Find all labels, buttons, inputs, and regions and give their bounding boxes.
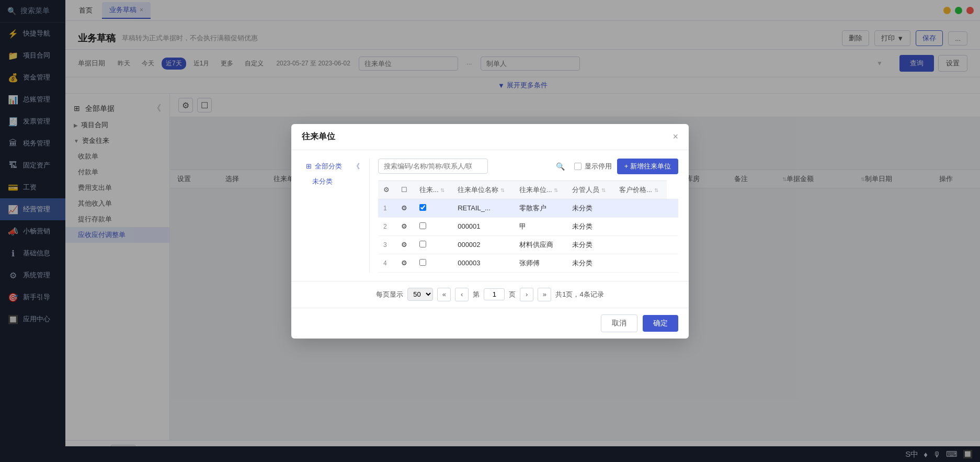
first-page-button[interactable]: « [437, 288, 451, 301]
party-dialog: 往来单位 × ⊞ 全部分类 《 未分类 [291, 124, 689, 339]
dialog-right: 🔍 显示停用 + 新增往来单位 ⚙ [378, 159, 678, 273]
next-page-button[interactable]: › [520, 288, 533, 301]
row-settings-cell: ⚙ [396, 217, 414, 235]
row-manager-cell [614, 217, 667, 235]
prev-page-button[interactable]: ‹ [455, 288, 469, 301]
row-settings-cell: ⚙ [396, 254, 414, 272]
search-wrap: 🔍 [378, 159, 569, 174]
row-manager-cell [614, 199, 667, 217]
row-name-cell: 材料供应商 [514, 235, 567, 254]
row-settings-cell: ⚙ [396, 235, 414, 254]
dialog-search-row: 🔍 显示停用 + 新增往来单位 [378, 159, 678, 174]
d-col-name: 往来单位名称 ⇅ [452, 181, 514, 199]
d-col-manager: 分管人员 ⇅ [567, 181, 614, 199]
row-category-cell: 未分类 [567, 217, 614, 235]
dialog-table-row[interactable]: 4 ⚙ 000003 张师傅 未分类 [378, 254, 678, 272]
row-price-cell [667, 254, 678, 272]
grid-icon: ⊞ [306, 162, 312, 170]
row-category-cell: 未分类 [567, 199, 614, 217]
show-disabled-wrap: 显示停用 [574, 162, 612, 171]
dialog-table-wrap: ⚙ ☐ 往来... ⇅ 往来单位名称 ⇅ 往来单位... ⇅ 分管人员 ⇅ 客户… [378, 181, 678, 273]
row-category-cell: 未分类 [567, 254, 614, 272]
dialog-title: 往来单位 [302, 131, 335, 142]
category-all-label: 全部分类 [315, 162, 342, 171]
page-label-after: 页 [509, 290, 516, 299]
total-records: 共1页，4条记录 [555, 290, 603, 299]
row-number-cell: 4 [378, 254, 396, 272]
dialog-close-button[interactable]: × [673, 132, 678, 141]
dialog-table: ⚙ ☐ 往来... ⇅ 往来单位名称 ⇅ 往来单位... ⇅ 分管人员 ⇅ 客户… [378, 181, 678, 273]
dialog-overlay: 往来单位 × ⊞ 全部分类 《 未分类 [0, 0, 980, 462]
show-disabled-label: 显示停用 [585, 162, 612, 171]
dialog-table-row[interactable]: 2 ⚙ 000001 甲 未分类 [378, 217, 678, 235]
collapse-left-icon[interactable]: 《 [353, 162, 360, 171]
row-manager-cell [614, 254, 667, 272]
row-code-cell: RETAIL_... [452, 199, 514, 217]
dialog-table-row[interactable]: 3 ⚙ 000002 材料供应商 未分类 [378, 235, 678, 254]
row-code-cell: 000001 [452, 217, 514, 235]
row-number-cell: 3 [378, 235, 396, 254]
dialog-per-page-select[interactable]: 50 [407, 288, 433, 301]
confirm-button[interactable]: 确定 [643, 315, 678, 332]
dialog-category-panel: ⊞ 全部分类 《 未分类 [302, 159, 370, 273]
d-col-code: 往来... ⇅ [414, 181, 452, 199]
row-number-cell: 1 [378, 199, 396, 217]
d-col-settings: ⚙ [378, 181, 396, 199]
row-checkbox-cell[interactable] [414, 235, 452, 254]
row-name-cell: 张师傅 [514, 254, 567, 272]
dialog-footer: 取消 确定 [291, 308, 689, 339]
dialog-content: ⊞ 全部分类 《 未分类 🔍 [302, 159, 678, 273]
row-price-cell [667, 235, 678, 254]
category-all[interactable]: ⊞ 全部分类 《 [302, 159, 364, 174]
row-checkbox-cell[interactable] [414, 217, 452, 235]
row-price-cell [667, 217, 678, 235]
row-settings-cell: ⚙ [396, 199, 414, 217]
page-number-input[interactable] [484, 288, 505, 300]
row-name-cell: 甲 [514, 217, 567, 235]
row-manager-cell [614, 235, 667, 254]
dialog-header: 往来单位 × [291, 124, 689, 150]
dialog-pagination: 每页显示 50 « ‹ 第 页 › » 共1页，4条记录 [291, 281, 689, 308]
d-col-select: ☐ [396, 181, 414, 199]
row-checkbox-cell[interactable] [414, 254, 452, 272]
cancel-button[interactable]: 取消 [601, 314, 637, 332]
row-checkbox-cell[interactable] [414, 199, 452, 217]
last-page-button[interactable]: » [538, 288, 551, 301]
dialog-table-row[interactable]: 1 ⚙ RETAIL_... 零散客户 未分类 [378, 199, 678, 217]
row-name-cell: 零散客户 [514, 199, 567, 217]
row-category-cell: 未分类 [567, 235, 614, 254]
row-code-cell: 000002 [452, 235, 514, 254]
category-unclassified[interactable]: 未分类 [302, 174, 364, 189]
d-col-price: 客户价格... ⇅ [614, 181, 667, 199]
add-party-button[interactable]: + 新增往来单位 [617, 159, 678, 174]
d-col-category: 往来单位... ⇅ [514, 181, 567, 199]
search-icon: 🔍 [556, 162, 565, 171]
row-code-cell: 000003 [452, 254, 514, 272]
row-price-cell [667, 199, 678, 217]
dialog-body: ⊞ 全部分类 《 未分类 🔍 [291, 150, 689, 281]
row-number-cell: 2 [378, 217, 396, 235]
dialog-search-input[interactable] [378, 159, 488, 174]
page-label-before: 第 [473, 290, 480, 299]
per-page-label: 每页显示 [376, 290, 403, 299]
show-disabled-checkbox[interactable] [574, 163, 582, 170]
